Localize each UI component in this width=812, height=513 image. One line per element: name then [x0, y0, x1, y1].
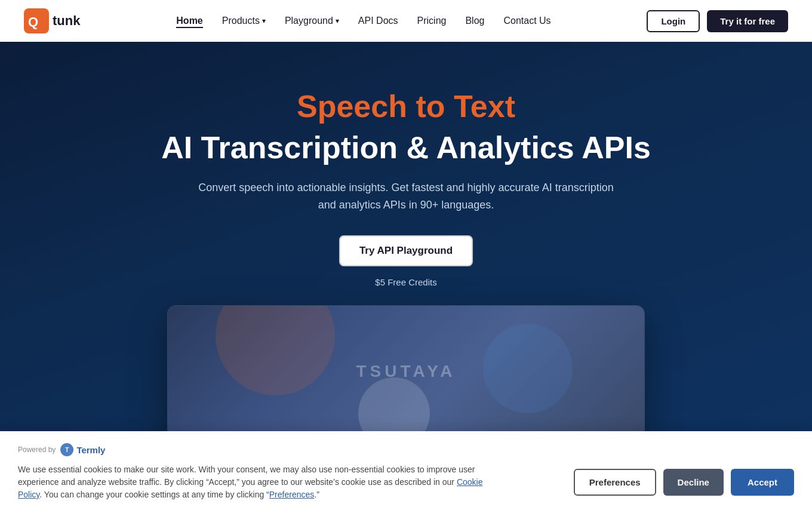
- logo-text: tunk: [53, 13, 80, 29]
- nav-links: Home Products Playground API Docs Pricin…: [176, 16, 550, 26]
- logo-link[interactable]: Q tunk: [24, 8, 80, 33]
- hero-subtitle: Convert speech into actionable insights.…: [197, 179, 615, 214]
- navbar: Q tunk Home Products Playground API Docs…: [0, 0, 812, 42]
- decline-button[interactable]: Decline: [663, 469, 724, 496]
- hero-credits: $5 Free Credits: [12, 277, 800, 287]
- login-button[interactable]: Login: [647, 10, 700, 32]
- cookie-text: We use essential cookies to make our sit…: [18, 463, 484, 501]
- cta-button[interactable]: Try API Playground: [339, 235, 473, 266]
- cookie-banner: Powered by T Termly We use essential coo…: [0, 431, 812, 513]
- cookie-body-1: We use essential cookies to make our sit…: [18, 465, 475, 487]
- termly-name: Termly: [76, 445, 105, 455]
- preferences-button[interactable]: Preferences: [574, 469, 656, 496]
- cookie-powered: Powered by T Termly: [18, 443, 794, 456]
- cookie-body-3: .”: [314, 490, 319, 499]
- hero-title-white: AI Transcription & Analytics APIs: [12, 131, 800, 165]
- cookie-buttons: Preferences Decline Accept: [574, 469, 794, 496]
- logo-icon: Q: [24, 8, 49, 33]
- nav-blog[interactable]: Blog: [465, 16, 484, 26]
- nav-api-docs[interactable]: API Docs: [358, 16, 398, 26]
- nav-products[interactable]: Products: [222, 16, 266, 26]
- nav-actions: Login Try it for free: [647, 10, 788, 32]
- nav-playground[interactable]: Playground: [285, 16, 339, 26]
- hero-title-orange: Speech to Text: [12, 90, 800, 124]
- powered-by-text: Powered by: [18, 446, 56, 454]
- termly-logo: T Termly: [60, 443, 105, 456]
- accept-button[interactable]: Accept: [731, 469, 794, 496]
- demo-overlay-text: TSUTAYA: [356, 362, 456, 381]
- hero-demo: TSUTAYA: [167, 305, 645, 438]
- nav-contact[interactable]: Contact Us: [503, 16, 550, 26]
- termly-icon: T: [60, 443, 73, 456]
- svg-text:Q: Q: [28, 14, 38, 29]
- preferences-inline-link[interactable]: Preferences: [269, 490, 314, 499]
- nav-pricing[interactable]: Pricing: [417, 16, 447, 26]
- nav-home[interactable]: Home: [176, 16, 202, 28]
- hero-section: Speech to Text AI Transcription & Analyt…: [0, 42, 812, 462]
- cookie-content: We use essential cookies to make our sit…: [18, 463, 794, 501]
- try-button[interactable]: Try it for free: [707, 10, 788, 32]
- cookie-body-2: . You can change your cookie settings at…: [39, 490, 269, 499]
